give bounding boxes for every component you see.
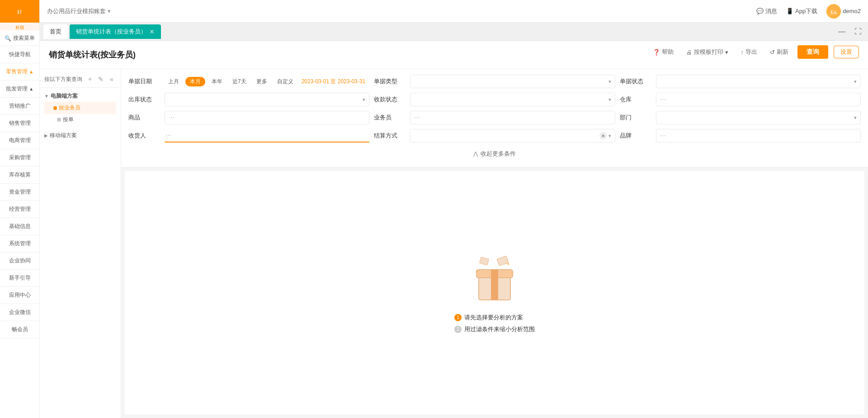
export-icon: ↑ <box>741 49 744 56</box>
settings-btn[interactable]: 设置 <box>834 46 859 58</box>
sidebar: 好 标版 🔍 搜索菜单 快捷导航 零售管理 ▲ 批发管理 ▲ 营销推广 销售管理… <box>0 0 40 418</box>
tab-home[interactable]: 首页 <box>43 24 68 39</box>
sidebar-item-finance[interactable]: 资金管理 <box>0 184 39 201</box>
filter-row-2: 出库状态 ▾ 收款状态 ▾ <box>128 93 861 106</box>
empty-tip-2-label: 用过滤条件来缩小分析范围 <box>464 325 535 333</box>
sidebar-item-ecommerce[interactable]: 电商管理 <box>0 132 39 149</box>
filter-control-salesperson[interactable]: ··· <box>410 111 615 124</box>
filter-label-doctype: 单据类型 <box>374 77 410 86</box>
filter-cell-outstatus: 出库状态 ▾ <box>128 93 369 106</box>
filter-cell-brand: 品牌 ··· <box>620 129 861 142</box>
export-btn[interactable]: ↑ 导出 <box>737 46 761 58</box>
search-icon: 🔍 <box>5 35 11 42</box>
date-btn-this-month[interactable]: 本月 <box>185 77 205 86</box>
svg-text:✦: ✦ <box>476 270 479 274</box>
tab-maximize-btn[interactable]: ⛶ <box>852 25 864 38</box>
filter-control-settlement[interactable]: ✕ ▾ <box>410 129 615 142</box>
sidebar-item-system[interactable]: 系统管理 <box>0 235 39 252</box>
topbar-right: 💬 消息 📱 App下载 Ea demo2 <box>756 4 861 19</box>
topbar-dropdown-icon[interactable]: ▾ <box>108 8 111 14</box>
sidebar-label-finance: 资金管理 <box>9 189 31 195</box>
scheme-item-by-salesperson-label: 按业务员 <box>59 104 80 112</box>
date-btn-last-month[interactable]: 上月 <box>165 77 183 86</box>
sidebar-item-operations[interactable]: 经营管理 <box>0 201 39 218</box>
query-btn[interactable]: 查询 <box>797 45 828 59</box>
filter-control-goods[interactable]: ··· <box>165 111 369 124</box>
filter-cell-collectstatus: 收款状态 ▾ <box>374 93 615 106</box>
sidebar-item-sales[interactable]: 销售管理 <box>0 115 39 132</box>
app-download-btn[interactable]: 📱 App下载 <box>786 7 817 15</box>
sidebar-item-wholesale[interactable]: 批发管理 ▲ <box>0 81 39 98</box>
sidebar-item-inventory[interactable]: 库存核算 <box>0 166 39 184</box>
svg-text:✦: ✦ <box>510 271 514 275</box>
date-btn-this-year[interactable]: 本年 <box>208 77 226 86</box>
message-btn[interactable]: 💬 消息 <box>756 7 777 15</box>
filter-area: 单据日期 上月 本月 本年 近7天 更多 自定义 2023-03-01 至 20… <box>121 69 868 167</box>
filter-control-warehouse[interactable]: ··· <box>656 93 861 106</box>
sidebar-item-corp-wechat[interactable]: 企业微信 <box>0 304 39 321</box>
sidebar-item-members[interactable]: 畅会员 <box>0 321 39 338</box>
tab-sales-stat[interactable]: 销货单统计表（按业务员） ✕ <box>70 24 161 39</box>
tab-minimize-btn[interactable]: — <box>835 25 848 38</box>
sidebar-item-marketing[interactable]: 营销推广 <box>0 98 39 115</box>
filter-control-receiver[interactable]: ··· <box>165 129 369 142</box>
scheme-item-by-order-label: 按单 <box>63 116 74 124</box>
date-btn-custom[interactable]: 自定义 <box>274 77 297 86</box>
tab-close-icon[interactable]: ✕ <box>149 28 155 35</box>
filter-row-3: 商品 ··· 业务员 ··· 部门 <box>128 111 861 124</box>
filter-control-docstatus[interactable]: ▾ <box>656 75 861 88</box>
sidebar-label-purchase: 采购管理 <box>9 154 31 161</box>
scheme-add-btn[interactable]: ＋ <box>85 75 94 84</box>
filter-label-department: 部门 <box>620 114 656 122</box>
filter-receiver-dots: ··· <box>165 131 171 139</box>
filter-label-date: 单据日期 <box>128 77 165 86</box>
svg-rect-7 <box>491 278 498 300</box>
collapse-btn[interactable]: ⋀ 收起更多条件 <box>128 146 861 162</box>
sidebar-quick-nav[interactable]: 快捷导航 <box>0 46 39 63</box>
date-range-display: 2023-03-01 至 2023-03-31 <box>302 78 365 86</box>
sidebar-item-newbie[interactable]: 新手引导 <box>0 270 39 287</box>
user-menu[interactable]: Ea demo2 <box>826 4 861 19</box>
empty-tip-2: 2 用过滤条件来缩小分析范围 <box>454 325 535 333</box>
svg-rect-12 <box>479 257 489 265</box>
sidebar-item-retail[interactable]: 零售管理 ▲ <box>0 63 39 81</box>
sidebar-item-basics[interactable]: 基础信息 <box>0 218 39 235</box>
filter-label-collectstatus: 收款状态 <box>374 95 410 104</box>
app-download-icon: 📱 <box>786 8 793 14</box>
help-btn[interactable]: ❓ 帮助 <box>649 46 677 58</box>
filter-control-outstatus[interactable]: ▾ <box>165 93 369 106</box>
collapse-row: ⋀ 收起更多条件 <box>128 146 861 162</box>
sidebar-item-apps[interactable]: 应用中心 <box>0 287 39 304</box>
scheme-item-by-salesperson[interactable]: 按业务员 <box>44 102 116 114</box>
filter-settlement-clear[interactable]: ✕ <box>599 132 607 139</box>
filter-control-brand[interactable]: ··· <box>656 129 861 142</box>
filter-control-department[interactable]: ▾ <box>656 111 861 124</box>
scheme-group-desktop-header[interactable]: ▼ 电脑端方案 <box>44 90 116 102</box>
filter-label-goods: 商品 <box>128 114 165 122</box>
filter-cell-salesperson: 业务员 ··· <box>374 111 615 124</box>
sidebar-item-purchase[interactable]: 采购管理 <box>0 149 39 166</box>
filter-label-receiver: 收货人 <box>128 132 165 140</box>
scheme-edit-btn[interactable]: ✎ <box>96 75 105 84</box>
content-wrapper: 按以下方案查询 ＋ ✎ « ▼ 电脑端方案 按业务员 ⊞ <box>40 69 868 418</box>
sidebar-label-ecommerce: 电商管理 <box>9 137 31 143</box>
scheme-group-desktop: ▼ 电脑端方案 按业务员 ⊞ 按单 <box>40 88 121 128</box>
sidebar-item-enterprise[interactable]: 企业协同 <box>0 252 39 270</box>
sidebar-label-members: 畅会员 <box>12 326 28 332</box>
scheme-collapse-btn[interactable]: « <box>107 75 116 84</box>
sidebar-label-system: 系统管理 <box>9 240 31 247</box>
scheme-item-by-order[interactable]: ⊞ 按单 <box>44 114 116 125</box>
filter-cell-goods: 商品 ··· <box>128 111 369 124</box>
sidebar-label-apps: 应用中心 <box>9 292 31 298</box>
filter-control-doctype[interactable]: ▾ <box>410 75 615 88</box>
template-print-btn[interactable]: 🖨 按模板打印 ▾ <box>683 46 732 58</box>
filter-control-collectstatus[interactable]: ▾ <box>410 93 615 106</box>
refresh-btn[interactable]: ↺ 刷新 <box>766 46 792 58</box>
date-btn-last-7[interactable]: 近7天 <box>229 77 250 86</box>
empty-tips: 1 请先选择要分析的方案 2 用过滤条件来缩小分析范围 <box>454 314 535 333</box>
search-menu[interactable]: 🔍 搜索菜单 <box>0 31 39 46</box>
date-btn-more[interactable]: 更多 <box>253 77 271 86</box>
topbar-title: 办公用品行业模拟账套 ▾ <box>47 7 111 15</box>
help-label: 帮助 <box>662 48 674 56</box>
scheme-group-mobile-header[interactable]: ▶ 移动端方案 <box>44 130 116 141</box>
